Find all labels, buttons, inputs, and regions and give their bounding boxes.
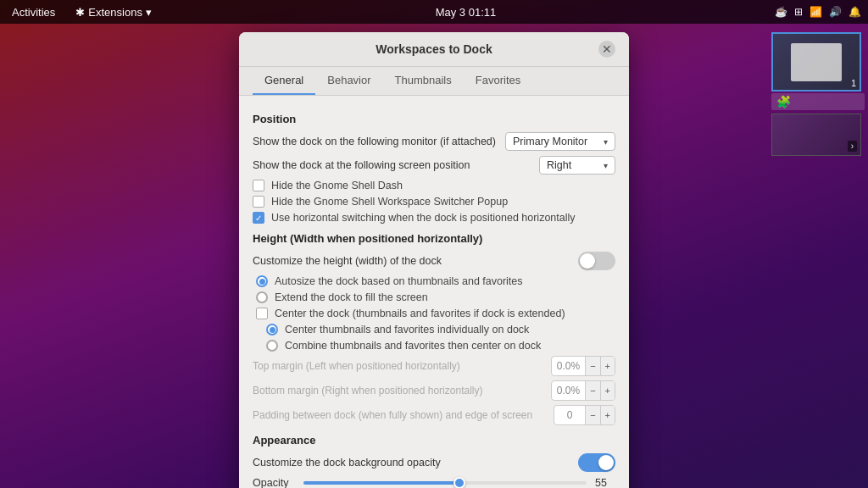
- padding-label: Padding between dock (when fully shown) …: [253, 409, 554, 421]
- tab-favorites[interactable]: Favorites: [464, 67, 532, 95]
- extensions-arrow-icon: ▾: [146, 6, 152, 19]
- workspaces-to-dock-dialog: Workspaces to Dock ✕ General Behavior Th…: [239, 32, 629, 488]
- screen-position-label: Show the dock at the following screen po…: [253, 159, 539, 171]
- hide-dash-label: Hide the Gnome Shell Dash: [271, 180, 403, 191]
- bottom-margin-increment-button[interactable]: +: [600, 381, 615, 400]
- activities-label: Activities: [12, 6, 55, 19]
- customize-height-knob: [580, 253, 595, 269]
- top-margin-decrement-button[interactable]: −: [585, 357, 599, 375]
- use-horizontal-row: Use horizontal switching when the dock i…: [253, 212, 615, 224]
- opacity-customize-label: Customize the dock background opacity: [253, 457, 578, 469]
- bottom-margin-value: 0.0%: [552, 383, 585, 398]
- extend-row: Extend the dock to fill the screen: [253, 291, 615, 303]
- monitor-label: Show the dock on the following monitor (…: [253, 136, 505, 147]
- padding-value: 0: [554, 408, 585, 423]
- combine-label: Combine thumbnails and favorites then ce…: [285, 340, 541, 352]
- top-margin-spinner: 0.0% − +: [551, 356, 615, 376]
- monitor-value: Primary Monitor: [513, 136, 587, 147]
- position-section-header: Position: [253, 113, 615, 125]
- topbar-right: ☕ ⊞ 📶 🔊 🔔: [775, 6, 861, 18]
- coffee-icon[interactable]: ☕: [775, 6, 787, 18]
- extend-label: Extend the dock to fill the screen: [275, 291, 428, 303]
- extensions-label: Extensions: [88, 6, 142, 19]
- center-individually-radio[interactable]: [266, 324, 278, 336]
- bottom-margin-spinner: 0.0% − +: [551, 380, 615, 401]
- topbar-left: Activities ✱ Extensions ▾: [7, 4, 157, 20]
- autosize-radio[interactable]: [256, 275, 268, 287]
- opacity-label: Opacity: [253, 477, 295, 488]
- padding-spinner: 0 − +: [554, 405, 615, 425]
- extensions-icon: ✱: [75, 6, 85, 19]
- opacity-slider-row: Opacity 55: [253, 477, 615, 488]
- customize-height-label: Customize the height (width) of the dock: [253, 255, 578, 267]
- tab-general[interactable]: General: [253, 67, 315, 95]
- bottom-margin-row: Bottom margin (Right when positioned hor…: [253, 380, 615, 401]
- monitor-dropdown-arrow-icon: ▾: [604, 137, 608, 147]
- opacity-slider-thumb[interactable]: [453, 477, 465, 488]
- screen-position-row: Show the dock at the following screen po…: [253, 156, 615, 175]
- dialog-title: Workspaces to Dock: [270, 42, 598, 56]
- combine-row: Combine thumbnails and favorites then ce…: [253, 340, 615, 352]
- top-margin-row: Top margin (Left when positioned horizon…: [253, 356, 615, 376]
- center-label: Center the dock (thumbnails and favorite…: [275, 308, 565, 319]
- opacity-slider[interactable]: [303, 481, 587, 485]
- hide-dash-row: Hide the Gnome Shell Dash: [253, 180, 615, 191]
- autosize-label: Autosize the dock based on thumbnails an…: [275, 275, 523, 287]
- grid-icon[interactable]: ⊞: [794, 6, 803, 18]
- tab-behavior[interactable]: Behavior: [315, 67, 382, 95]
- opacity-slider-fill: [303, 481, 459, 485]
- opacity-toggle-knob: [598, 455, 614, 470]
- wifi-icon[interactable]: 📶: [810, 6, 822, 18]
- hide-switcher-checkbox[interactable]: [253, 196, 264, 208]
- top-margin-increment-button[interactable]: +: [600, 357, 615, 375]
- tab-thumbnails[interactable]: Thumbnails: [383, 67, 464, 95]
- padding-decrement-button[interactable]: −: [585, 406, 599, 424]
- monitor-dropdown[interactable]: Primary Monitor ▾: [505, 132, 615, 151]
- notifications-icon[interactable]: 🔔: [849, 6, 861, 18]
- center-row: Center the dock (thumbnails and favorite…: [253, 308, 615, 319]
- top-margin-value: 0.0%: [552, 358, 585, 374]
- topbar: Activities ✱ Extensions ▾ May 3 01:11 ☕ …: [0, 0, 868, 24]
- dialog-overlay: Workspaces to Dock ✕ General Behavior Th…: [0, 24, 868, 488]
- center-individually-label: Center thumbnails and favorites individu…: [285, 324, 529, 336]
- autosize-row: Autosize the dock based on thumbnails an…: [253, 275, 615, 287]
- monitor-row: Show the dock on the following monitor (…: [253, 132, 615, 151]
- bottom-margin-label: Bottom margin (Right when positioned hor…: [253, 385, 551, 396]
- opacity-customize-row: Customize the dock background opacity: [253, 453, 615, 472]
- dialog-close-button[interactable]: ✕: [598, 41, 615, 58]
- screen-position-dropdown[interactable]: Right ▾: [539, 156, 615, 175]
- extend-radio[interactable]: [256, 291, 268, 303]
- customize-height-toggle[interactable]: [578, 252, 615, 270]
- padding-row: Padding between dock (when fully shown) …: [253, 405, 615, 425]
- extensions-button[interactable]: ✱ Extensions ▾: [70, 4, 157, 20]
- tab-bar: General Behavior Thumbnails Favorites: [239, 67, 629, 96]
- hide-switcher-label: Hide the Gnome Shell Workspace Switcher …: [271, 196, 508, 208]
- center-individually-row: Center thumbnails and favorites individu…: [253, 324, 615, 336]
- height-section-header: Height (Width when positioned horizontal…: [253, 232, 615, 245]
- use-horizontal-label: Use horizontal switching when the dock i…: [271, 212, 576, 224]
- screen-position-value: Right: [547, 159, 571, 171]
- hide-switcher-row: Hide the Gnome Shell Workspace Switcher …: [253, 196, 615, 208]
- customize-height-row: Customize the height (width) of the dock: [253, 252, 615, 270]
- combine-radio[interactable]: [266, 340, 278, 352]
- activities-button[interactable]: Activities: [7, 4, 60, 20]
- opacity-toggle[interactable]: [578, 453, 615, 472]
- bottom-margin-decrement-button[interactable]: −: [585, 381, 599, 400]
- screen-position-arrow-icon: ▾: [604, 161, 608, 170]
- top-margin-label: Top margin (Left when positioned horizon…: [253, 360, 551, 372]
- hide-dash-checkbox[interactable]: [253, 180, 264, 191]
- use-horizontal-checkbox[interactable]: [253, 212, 264, 224]
- opacity-value: 55: [595, 477, 615, 488]
- padding-increment-button[interactable]: +: [600, 406, 615, 424]
- dialog-body: Position Show the dock on the following …: [239, 96, 629, 488]
- volume-icon[interactable]: 🔊: [829, 6, 842, 18]
- center-checkbox[interactable]: [256, 308, 268, 319]
- dialog-titlebar: Workspaces to Dock ✕: [239, 32, 629, 67]
- topbar-datetime: May 3 01:11: [157, 6, 775, 19]
- appearance-section-header: Appearance: [253, 434, 615, 446]
- datetime-label: May 3 01:11: [436, 6, 497, 19]
